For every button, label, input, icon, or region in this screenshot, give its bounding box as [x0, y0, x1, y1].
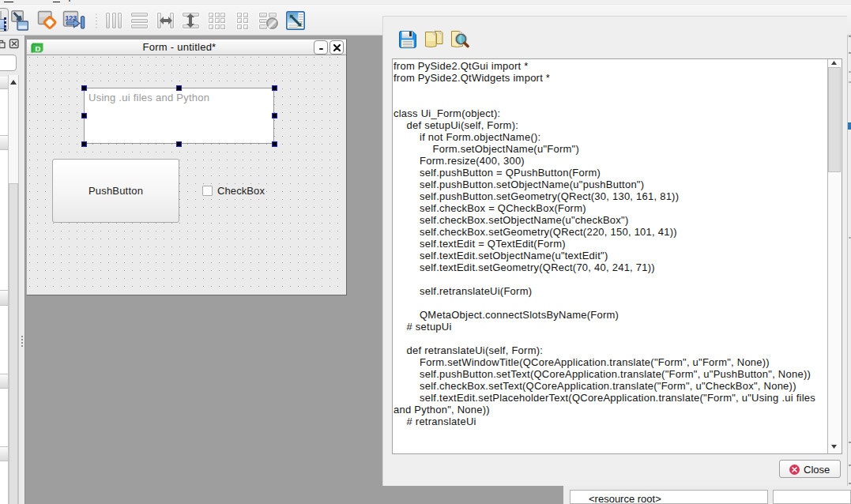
svg-text:D: D [36, 44, 41, 53]
